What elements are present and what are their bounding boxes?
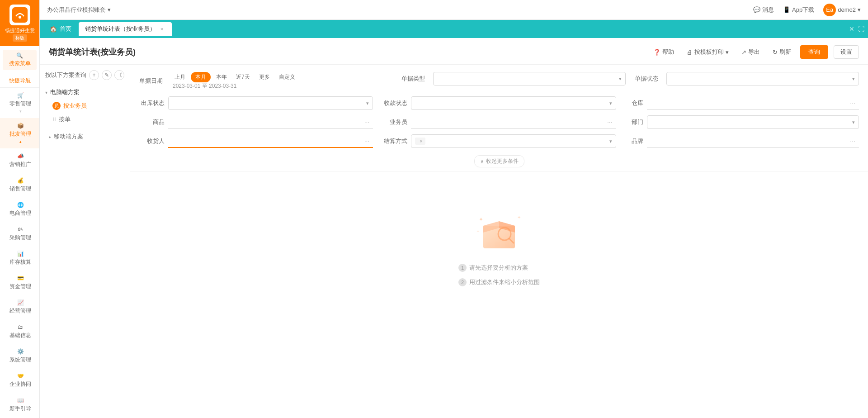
goods-input[interactable]: ··· [168, 115, 373, 129]
mobile-group-title[interactable]: ▸ 移动端方案 [40, 130, 130, 143]
retail-icon: 🛒 [17, 92, 24, 99]
sidebar-item-inventory[interactable]: 📊 库存核算 [0, 246, 39, 271]
sidebar-item-purchase[interactable]: 🛍 采购管理 [0, 222, 39, 246]
ship-status-chevron-icon: ▾ [366, 100, 369, 106]
content-wrapper: 按以下方案查询 + ✎ 《 ▾ 电脑端方案 员 [40, 65, 868, 334]
plan-item-order[interactable]: ⁞⁞ 按单 [40, 113, 130, 126]
svg-text:✦: ✦ [479, 216, 483, 223]
filter-row-4: 收货人 ··· 结算方式 × [139, 134, 859, 148]
quick-nav-section: 快捷导航 [0, 74, 39, 88]
sidebar-item-retail[interactable]: 🛒 零售管理 ▾ [0, 88, 39, 118]
doc-status-group: 单据状态 ▾ [635, 72, 859, 86]
refresh-button[interactable]: ↻ 刷新 [769, 46, 795, 58]
warehouse-input[interactable]: ··· [647, 96, 859, 110]
department-select[interactable]: ▾ [647, 115, 859, 129]
basic-label: 基础信息 [9, 332, 31, 339]
tab-close-button[interactable]: × [158, 25, 165, 33]
system-label: 系统管理 [9, 356, 31, 364]
main-area: 办公用品行业模拟账套 ▾ 💬 消息 📱 App下载 Ea demo2 ▾ [40, 0, 868, 418]
purchase-label: 采购管理 [9, 234, 31, 242]
guide-icon: 📖 [17, 397, 24, 404]
sidebar-item-system[interactable]: ⚙️ 系统管理 [0, 344, 39, 368]
left-panel-actions: + ✎ 《 [89, 70, 124, 80]
add-plan-button[interactable]: + [89, 70, 99, 80]
salesman-input[interactable]: ··· [411, 115, 616, 129]
brand-input[interactable]: ··· [647, 134, 859, 148]
query-button[interactable]: 查询 [800, 45, 828, 59]
help-label: 帮助 [662, 48, 674, 56]
tip-text-1: 请先选择要分析的方案 [469, 262, 528, 274]
doc-type-group: 单据类型 ▾ [401, 72, 626, 86]
edit-plan-button[interactable]: ✎ [102, 70, 112, 80]
operations-label: 经营管理 [9, 307, 31, 315]
sidebar-item-marketing[interactable]: 📣 营销推广 [0, 148, 39, 173]
help-button[interactable]: ❓ 帮助 [650, 46, 678, 58]
tab-home[interactable]: 🏠 首页 [43, 22, 78, 36]
filter-row-2: 出库状态 ▾ 收款状态 [139, 96, 859, 110]
date-filter-label: 单据日期 [139, 77, 171, 85]
search-menu-button[interactable]: 🔍 搜索菜单 [3, 50, 37, 70]
plan-item-salesman[interactable]: 员 按业务员 [40, 99, 130, 113]
setting-button[interactable]: 设置 [834, 45, 859, 59]
account-dropdown[interactable]: 办公用品行业模拟账套 ▾ [47, 6, 111, 14]
sidebar-item-basic[interactable]: 🗂 基础信息 [0, 319, 39, 344]
ecommerce-icon: 🌐 [17, 202, 24, 208]
app-download-button[interactable]: 📱 App下载 [783, 6, 814, 14]
tab-sales-stat-label: 销货单统计表（按业务员） [85, 25, 156, 33]
sidebar-item-corp[interactable]: 🤝 企业协同 [0, 368, 39, 393]
inventory-icon: 📊 [17, 251, 24, 257]
ship-status-select[interactable]: ▾ [168, 96, 373, 110]
brand-label: 品牌 [625, 137, 643, 145]
consignee-input[interactable]: ··· [168, 134, 373, 148]
left-panel-header: 按以下方案查询 + ✎ 《 [40, 70, 130, 84]
topbar-right: 💬 消息 📱 App下载 Ea demo2 ▾ [753, 4, 861, 16]
export-icon: ↗ [741, 49, 746, 56]
desktop-group-title[interactable]: ▾ 电脑端方案 [40, 86, 130, 99]
order-plan-icon: ⁞⁞ [52, 116, 56, 123]
mobile-group-arrow-icon: ▸ [49, 134, 51, 139]
date-tab-this-month[interactable]: 本月 [191, 72, 211, 82]
sidebar-item-wholesale[interactable]: 📦 批发管理 ▴ [0, 118, 39, 148]
date-tab-more[interactable]: 更多 [255, 72, 274, 82]
warehouse-group: 仓库 ··· [625, 96, 859, 110]
payment-status-select[interactable]: ▾ [411, 96, 616, 110]
sidebar-item-ecommerce[interactable]: 🌐 电商管理 [0, 197, 39, 222]
payment-status-chevron-icon: ▾ [609, 100, 612, 106]
purchase-icon: 🛍 [18, 226, 23, 233]
print-icon: 🖨 [687, 49, 693, 56]
date-tabs: 上月 本月 本年 近7天 更多 自定义 [171, 72, 299, 82]
collapse-panel-button[interactable]: 《 [114, 70, 124, 80]
goods-field: ··· [168, 115, 373, 129]
export-label: 导出 [748, 48, 760, 56]
payment-status-group: 收款状态 ▾ [382, 96, 616, 110]
print-button[interactable]: 🖨 按模板打印 ▾ [683, 46, 732, 58]
date-tab-custom[interactable]: 自定义 [275, 72, 299, 82]
message-button[interactable]: 💬 消息 [753, 6, 774, 14]
sidebar-item-finance[interactable]: 💳 资金管理 [0, 271, 39, 295]
ship-status-label: 出库状态 [139, 99, 165, 107]
collapse-filters-button[interactable]: ∧ 收起更多条件 [474, 155, 524, 167]
refresh-label: 刷新 [779, 48, 791, 56]
doc-status-select[interactable]: ▾ [666, 72, 859, 86]
quick-nav-label[interactable]: 快捷导航 [2, 77, 38, 85]
tab-sales-stat[interactable]: 销货单统计表（按业务员） × [79, 22, 172, 36]
sidebar-item-guide[interactable]: 📖 新手引导 [0, 393, 39, 417]
user-name: demo2 [838, 6, 856, 13]
settlement-select[interactable]: × ▾ [411, 134, 616, 148]
user-profile[interactable]: Ea demo2 ▾ [823, 4, 861, 16]
export-button[interactable]: ↗ 导出 [738, 46, 764, 58]
close-all-tabs-button[interactable]: ✕ [849, 25, 854, 33]
sidebar-item-sales[interactable]: 💰 销售管理 [0, 173, 39, 197]
date-tab-last-month[interactable]: 上月 [171, 72, 189, 82]
sidebar-item-operations[interactable]: 📈 经营管理 [0, 295, 39, 319]
date-tab-this-year[interactable]: 本年 [212, 72, 231, 82]
svg-point-1 [19, 16, 21, 19]
fullscreen-button[interactable]: ⛶ [858, 25, 864, 33]
doc-type-select[interactable]: ▾ [433, 72, 626, 86]
date-tab-7days[interactable]: 近7天 [232, 72, 254, 82]
settlement-tag-remove-button[interactable]: × [420, 138, 422, 144]
tip-num-2: 2 [458, 278, 467, 286]
logo-label: 标版 [13, 34, 27, 42]
ship-status-group: 出库状态 ▾ [139, 96, 373, 110]
svg-rect-0 [12, 7, 28, 23]
